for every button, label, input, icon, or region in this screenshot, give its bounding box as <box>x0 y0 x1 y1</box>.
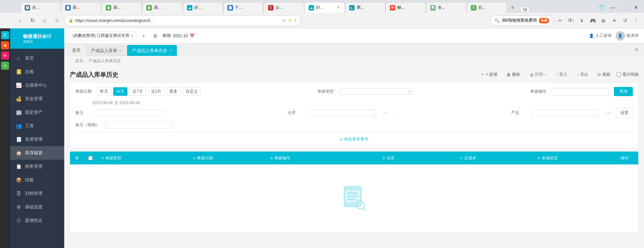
tab-8[interactable]: ☁ 好... ✕ <box>304 2 345 13</box>
page-tab-list[interactable]: 产成品入库单 × <box>86 45 126 56</box>
delete-button[interactable]: 🗑 删除 <box>503 70 524 79</box>
sidebar-item-tax-mgmt[interactable]: 📋 税务管理 <box>10 160 64 173</box>
voucher-no-input[interactable] <box>552 88 609 95</box>
page-tab-history-close[interactable]: × <box>169 49 171 53</box>
th-total-cost[interactable]: ⇅ 总成本 <box>456 155 534 161</box>
export-button[interactable]: ↓ 导出 <box>573 70 592 79</box>
search-bar[interactable]: 🔍 360智能抠图免费用 热搜 <box>490 16 553 26</box>
print-button[interactable]: 🖨 打印 ▾ <box>526 70 550 79</box>
th-checkbox[interactable] <box>84 156 97 160</box>
sidebar-item-inventory[interactable]: 🏠 库存核算 <box>10 146 64 160</box>
translate-icon[interactable]: 译↕ <box>566 16 576 25</box>
more-icon[interactable]: ⋮ <box>631 16 641 25</box>
sidebar-item-cloud-report[interactable]: 📈 云报表中心 <box>10 78 64 92</box>
product-more-button[interactable]: ··· <box>606 110 611 116</box>
date-btn-today[interactable]: 今天 <box>113 87 127 96</box>
remark-input[interactable] <box>96 109 164 117</box>
app-icon-orange[interactable]: ★ <box>1 41 9 49</box>
tab-7[interactable]: C 企... <box>264 2 304 13</box>
app-icon-chanjet[interactable]: C <box>1 31 9 39</box>
new-tab-button[interactable]: ＋ <box>507 2 518 13</box>
user-avatar-area[interactable]: 👤 徐泽华 <box>616 31 639 41</box>
select-all-checkbox[interactable] <box>88 156 93 160</box>
th-gear[interactable]: ⚙ <box>70 156 84 160</box>
th-warehouse-label: 仓库 <box>386 155 395 161</box>
yuan-icon[interactable]: ¥ <box>577 16 587 25</box>
import-button[interactable]: ↑ 导入 <box>552 70 571 79</box>
remark-detail-input[interactable] <box>105 121 173 129</box>
company-selector[interactable]: (勿删勿禁用) 江西服宝测试专用 ▾ <box>70 31 136 40</box>
brightness-icon[interactable]: ☀ <box>610 16 619 25</box>
th-voucher-date[interactable]: ⇅ 单据日期 <box>189 155 266 161</box>
game-icon[interactable]: 🎮 <box>588 16 597 25</box>
sidebar-item-fixed-assets[interactable]: 🏢 固定资产 <box>10 106 64 119</box>
show-details-checkbox-area[interactable]: 显示明细 <box>617 72 639 77</box>
tab-6[interactable]: 📄 个... <box>223 2 264 13</box>
query-button[interactable]: 查询 <box>614 87 633 96</box>
forward-button[interactable]: › <box>16 16 25 25</box>
sidebar-item-archive-mgmt[interactable]: 🗄 归档管理 <box>10 187 64 200</box>
date-btn-custom[interactable]: 自定义 <box>183 87 201 96</box>
page-tab-history[interactable]: 产成品入库单历史 × <box>127 45 176 56</box>
add-button[interactable]: ＋ + 新增 <box>477 70 501 79</box>
th-voucher-type[interactable]: ⇅ 单据类型 <box>97 155 189 161</box>
tab-10[interactable]: M 畅... <box>385 2 426 13</box>
collapse-button[interactable]: ∧ 收起更多条件 <box>75 134 633 144</box>
tab-9[interactable]: 🐧 腾... <box>345 2 385 13</box>
tab-11[interactable]: 📊 各... <box>426 2 467 13</box>
customer-service-button[interactable]: 👤 人工咨询 <box>589 33 612 39</box>
calendar-icon[interactable]: 📅 <box>190 33 195 38</box>
tab-8-close[interactable]: ✕ <box>336 5 340 10</box>
url-dropdown-icon[interactable]: ▾ <box>294 18 296 23</box>
tab-3[interactable]: 📋 易... <box>101 2 142 13</box>
sidebar-item-home[interactable]: ⌂ 首页 <box>10 51 64 65</box>
back-button[interactable]: ‹ <box>3 16 13 25</box>
refresh-button[interactable]: ↻ 刷新 <box>594 70 614 79</box>
url-bar[interactable]: 🔒 https://cloud.chanjet.com/accounting/u… <box>64 15 301 26</box>
close-button[interactable]: ✕ <box>631 3 641 12</box>
date-btn-1month[interactable]: 近1月 <box>148 87 165 96</box>
filter-settings-button[interactable]: 设置 <box>616 108 633 118</box>
warehouse-input[interactable] <box>308 109 376 117</box>
sidebar-item-fund-mgmt[interactable]: 💰 资金管理 <box>10 92 64 106</box>
product-input[interactable] <box>532 109 599 117</box>
sidebar-item-general-ledger[interactable]: 📒 总账 <box>10 65 64 78</box>
breadcrumb-home[interactable]: 首页 <box>75 58 83 64</box>
close-page-button[interactable]: ✕ <box>635 47 639 52</box>
tab-4[interactable]: 📋 易... <box>142 2 183 13</box>
show-details-checkbox[interactable] <box>617 72 621 77</box>
app-icon-email[interactable]: ✉ <box>1 62 9 70</box>
tab-1[interactable]: 🧭 在... <box>20 2 61 13</box>
tab-2[interactable]: 📄 新... <box>61 2 101 13</box>
date-btn-more[interactable]: 更多 <box>166 87 181 96</box>
refresh-browser-button[interactable]: ↻ <box>28 16 37 25</box>
add-company-button[interactable]: ＋ <box>140 32 148 40</box>
tab-5[interactable]: ☁ 好... <box>183 2 223 13</box>
sidebar-item-checkout[interactable]: 📦 结账 <box>10 173 64 187</box>
th-voucher-status[interactable]: ⇅ 单据状态 <box>533 155 611 161</box>
sidebar-item-payroll[interactable]: 👥 工资 <box>10 119 64 133</box>
tab-12[interactable]: S 目... <box>467 2 507 13</box>
bookmark-button[interactable]: ☆ <box>52 16 62 25</box>
sidebar-item-invoice-mgmt[interactable]: 🧾 发票管理 <box>10 133 64 146</box>
minimize-button[interactable]: — <box>608 3 618 12</box>
tab-count-badge[interactable]: 12 <box>521 7 529 12</box>
scissors-icon[interactable]: ✂ <box>555 16 565 25</box>
home-browser-button[interactable]: ⌂ <box>40 16 49 25</box>
warehouse-more-button[interactable]: ··· <box>383 110 387 116</box>
sidebar-item-new-voucher[interactable]: ➕ 新增凭证 <box>10 214 64 227</box>
voucher-type-select[interactable]: ▾ <box>339 88 413 95</box>
grid-view-icon[interactable]: ⊞ <box>599 16 608 25</box>
th-voucher-no[interactable]: ⇅ 单据编号 <box>266 155 378 161</box>
maximize-button[interactable]: ⬜ <box>620 3 629 12</box>
page-tab-home[interactable]: 首页 <box>67 45 86 56</box>
date-btn-7days[interactable]: 近7天 <box>129 87 146 96</box>
sidebar-item-basic-settings[interactable]: ⚙ 基础设置 <box>10 200 64 214</box>
undo-icon[interactable]: ↺ <box>620 16 630 25</box>
shirt-icon[interactable]: 👕 <box>597 3 606 12</box>
page-tab-list-close[interactable]: × <box>119 49 121 53</box>
app-icon-weibo[interactable]: W <box>1 51 9 60</box>
settings-gear-button[interactable]: ⚙ <box>151 32 159 40</box>
date-btn-yesterday[interactable]: 昨天 <box>97 87 111 96</box>
th-warehouse[interactable]: ⇅ 仓库 <box>378 155 456 161</box>
